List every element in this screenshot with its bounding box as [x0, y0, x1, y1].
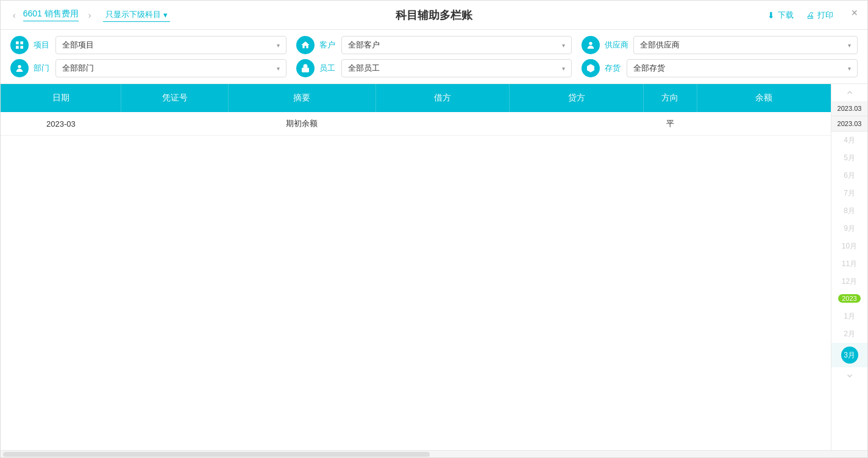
year-badge: 2023: [838, 294, 860, 303]
col-header-debit: 借方: [375, 84, 510, 112]
employee-value: 全部员工: [348, 63, 380, 74]
timeline-item-1[interactable]: 1月: [831, 308, 867, 325]
filter-item-employee: 员工 全部员工 ▾: [296, 59, 572, 77]
supplier-label: 供应商: [605, 40, 628, 51]
download-icon: ⬇: [767, 10, 775, 20]
download-btn[interactable]: ⬇ 下载: [767, 10, 794, 21]
nav-next-btn[interactable]: ›: [86, 9, 94, 21]
svg-rect-6: [302, 68, 309, 72]
filter-row-2: 部门 全部部门 ▾ 员工 全部员工 ▾: [10, 59, 858, 77]
timeline-item-4[interactable]: 4月: [831, 132, 867, 149]
print-btn[interactable]: 🖨 打印: [806, 10, 833, 21]
table-area[interactable]: 日期 凭证号 摘要 借方 贷方 方向 余额 2023-03 期初余额: [1, 84, 831, 450]
timeline-item-2023-03-header2[interactable]: 2023.03: [831, 116, 867, 132]
employee-dropdown-icon: ▾: [562, 65, 565, 72]
svg-rect-2: [16, 46, 19, 49]
chevron-down-icon: ▾: [163, 10, 168, 19]
svg-point-5: [18, 65, 21, 68]
col-header-credit: 贷方: [510, 84, 644, 112]
customer-value: 全部客户: [348, 40, 380, 51]
col-header-voucher: 凭证号: [121, 84, 229, 112]
svg-rect-3: [20, 46, 23, 49]
cell-credit: [510, 112, 644, 136]
inventory-label: 存货: [605, 63, 622, 74]
timeline-item-2[interactable]: 2月: [831, 325, 867, 343]
content-wrapper: 日期 凭证号 摘要 借方 贷方 方向 余额 2023-03 期初余额: [1, 84, 867, 450]
page-title: 科目辅助多栏账: [396, 8, 472, 23]
customer-select[interactable]: 全部客户 ▾: [341, 36, 572, 54]
employee-select[interactable]: 全部员工 ▾: [341, 59, 572, 77]
project-value: 全部项目: [62, 40, 94, 51]
timeline-item-8[interactable]: 8月: [831, 202, 867, 220]
customer-icon: [296, 36, 315, 54]
active-month-label: 3月: [841, 347, 858, 364]
project-dropdown-icon: ▾: [277, 42, 280, 49]
col-header-direction: 方向: [643, 84, 697, 112]
title-bar: ‹ 6601 销售费用 › 只显示下级科目 ▾ 科目辅助多栏账 ⬇ 下载 🖨 打…: [1, 1, 867, 30]
table-body: 2023-03 期初余额 平: [1, 112, 831, 136]
inventory-select[interactable]: 全部存货 ▾: [627, 59, 858, 77]
side-timeline: 2023.03 2023.03 4月 5月 6月 7月 8月 9月 10月 11…: [831, 84, 867, 450]
main-table: 日期 凭证号 摘要 借方 贷方 方向 余额 2023-03 期初余额: [1, 84, 831, 136]
department-icon: [10, 59, 29, 77]
employee-label: 员工: [319, 63, 336, 74]
timeline-scroll-down[interactable]: [831, 367, 867, 384]
project-label: 项目: [34, 40, 51, 51]
inventory-value: 全部存货: [633, 63, 665, 74]
supplier-icon: [582, 36, 600, 54]
supplier-value: 全部供应商: [640, 40, 680, 51]
filter-area: 项目 全部项目 ▾ 客户 全部客户 ▾: [1, 30, 867, 84]
timeline-item-11[interactable]: 11月: [831, 255, 867, 273]
department-select[interactable]: 全部部门 ▾: [55, 59, 286, 77]
horizontal-scrollbar[interactable]: [1, 450, 867, 457]
show-sub-btn[interactable]: 只显示下级科目 ▾: [103, 8, 170, 22]
svg-rect-0: [16, 41, 19, 44]
col-header-date: 日期: [1, 84, 121, 112]
filter-item-project: 项目 全部项目 ▾: [10, 36, 286, 54]
filter-item-inventory: 存货 全部存货 ▾: [582, 59, 858, 77]
inventory-dropdown-icon: ▾: [848, 65, 851, 72]
timeline-item-10[interactable]: 10月: [831, 238, 867, 255]
project-icon: [10, 36, 29, 54]
cell-direction: 平: [643, 112, 697, 136]
table-row[interactable]: 2023-03 期初余额 平: [1, 112, 831, 136]
department-label: 部门: [34, 63, 51, 74]
inventory-icon: [582, 59, 600, 77]
department-dropdown-icon: ▾: [277, 65, 280, 72]
print-label: 打印: [817, 10, 833, 21]
cell-voucher: [121, 112, 229, 136]
nav-prev-btn[interactable]: ‹: [10, 9, 18, 21]
cell-date: 2023-03: [1, 112, 121, 136]
department-value: 全部部门: [62, 63, 94, 74]
timeline-item-6[interactable]: 6月: [831, 167, 867, 185]
col-header-summary: 摘要: [228, 84, 375, 112]
timeline-scroll-up[interactable]: [831, 84, 867, 101]
supplier-dropdown-icon: ▾: [848, 42, 851, 49]
timeline-item-5[interactable]: 5月: [831, 149, 867, 167]
toolbar-right: ⬇ 下载 🖨 打印: [767, 10, 858, 21]
filter-item-supplier: 供应商 全部供应商 ▾: [582, 36, 858, 54]
project-select[interactable]: 全部项目 ▾: [55, 36, 286, 54]
customer-dropdown-icon: ▾: [562, 42, 565, 49]
timeline-item-9[interactable]: 9月: [831, 220, 867, 238]
customer-label: 客户: [319, 40, 336, 51]
timeline-year-2023[interactable]: 2023: [831, 291, 867, 308]
filter-row-1: 项目 全部项目 ▾ 客户 全部客户 ▾: [10, 36, 858, 54]
timeline-item-12[interactable]: 12月: [831, 273, 867, 291]
show-sub-label: 只显示下级科目: [105, 9, 161, 20]
supplier-select[interactable]: 全部供应商 ▾: [633, 36, 858, 54]
close-btn[interactable]: ×: [851, 7, 858, 19]
download-label: 下载: [778, 10, 794, 21]
svg-rect-1: [20, 41, 23, 44]
main-window: ‹ 6601 销售费用 › 只显示下级科目 ▾ 科目辅助多栏账 ⬇ 下载 🖨 打…: [0, 0, 868, 458]
filter-item-department: 部门 全部部门 ▾: [10, 59, 286, 77]
svg-point-4: [589, 42, 592, 45]
timeline-item-7[interactable]: 7月: [831, 185, 867, 202]
account-code-label: 6601 销售费用: [23, 9, 79, 21]
timeline-item-2023-03-header1[interactable]: 2023.03: [831, 101, 867, 116]
cell-debit: [375, 112, 510, 136]
timeline-item-3-active[interactable]: 3月: [831, 343, 867, 367]
print-icon: 🖨: [806, 10, 814, 20]
scroll-thumb[interactable]: [3, 452, 430, 457]
table-header-row: 日期 凭证号 摘要 借方 贷方 方向 余额: [1, 84, 831, 112]
